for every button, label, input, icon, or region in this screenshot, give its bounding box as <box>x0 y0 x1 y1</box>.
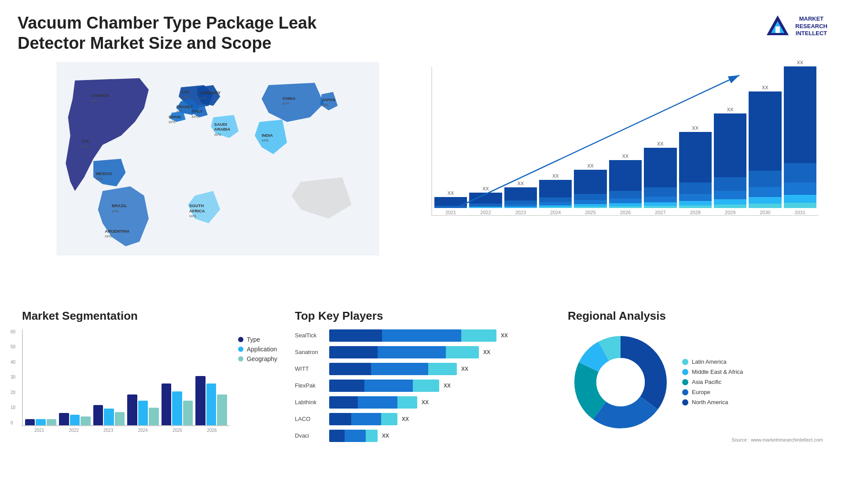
player-bar-dvaci: XX <box>329 430 550 442</box>
player-value-sanatron: XX <box>483 349 490 355</box>
donut-chart <box>568 329 673 435</box>
svg-text:BRAZIL: BRAZIL <box>112 203 127 208</box>
bar-2027: XX 2027 <box>644 141 676 215</box>
svg-text:GERMANY: GERMANY <box>199 91 221 95</box>
seg-bars: 60 50 40 30 20 10 0 <box>22 329 229 426</box>
bar-2024: XX 2024 <box>539 173 572 215</box>
regional-title: Regional Analysis <box>568 309 823 323</box>
svg-rect-2 <box>775 26 780 33</box>
svg-text:SAUDI: SAUDI <box>214 122 227 127</box>
svg-text:SOUTH: SOUTH <box>189 203 204 208</box>
segmentation-section: Market Segmentation 60 50 40 30 20 10 <box>18 305 282 491</box>
bar-2029: XX 2029 <box>714 107 746 215</box>
svg-point-43 <box>596 358 645 406</box>
player-dvaci: Dvaci XX <box>295 430 550 442</box>
legend-north-america: North America <box>682 399 743 405</box>
player-name-witt: WITT <box>295 365 326 372</box>
legend-dot-geo <box>238 356 243 362</box>
bottom-sections: Market Segmentation 60 50 40 30 20 10 <box>18 305 827 491</box>
logo-icon <box>764 13 791 40</box>
player-bar-sanatron: XX <box>329 346 550 358</box>
player-name-labthink: Labthink <box>295 399 326 405</box>
player-name-sanatron: Sanatron <box>295 349 326 355</box>
seg-bar-2023 <box>93 405 125 425</box>
bar-year-label: 2021 <box>445 210 456 215</box>
dot-asia-pacific <box>682 379 688 385</box>
bar-2030: XX 2030 <box>749 85 781 215</box>
player-bar-laco: XX <box>329 413 550 425</box>
page-title: Vacuum Chamber Type Package Leak Detecto… <box>18 13 326 53</box>
logo-line2: RESEARCH <box>795 23 827 30</box>
logo-area: MARKET RESEARCH INTELLECT <box>764 13 827 40</box>
bar-2021: XX 2021 <box>434 190 467 215</box>
dot-middle-east-africa <box>682 369 688 375</box>
label-asia-pacific: Asia Pacific <box>692 379 721 385</box>
seg-x-labels: 2021 2022 2023 2024 2025 2026 <box>22 428 229 433</box>
svg-text:FRANCE: FRANCE <box>176 104 194 109</box>
svg-text:ARGENTINA: ARGENTINA <box>105 229 129 234</box>
player-flexpak: FlexPak XX <box>295 380 550 392</box>
label-europe: Europe <box>692 389 710 395</box>
svg-text:ARABIA: ARABIA <box>214 127 231 131</box>
player-bar-flexpak: XX <box>329 380 550 392</box>
legend-app: Application <box>238 346 277 353</box>
svg-text:CHINA: CHINA <box>283 96 296 101</box>
svg-text:xx%: xx% <box>191 114 198 119</box>
logo-line1: MARKET <box>795 15 827 23</box>
svg-text:xx%: xx% <box>199 96 206 100</box>
regional-section: Regional Analysis <box>563 305 827 491</box>
bar-2023: XX 2023 <box>504 181 537 215</box>
bar-seg2 <box>382 329 461 342</box>
seg-chart: 60 50 40 30 20 10 0 <box>22 329 229 433</box>
legend-europe: Europe <box>682 389 743 395</box>
svg-text:xx%: xx% <box>112 209 119 213</box>
svg-text:JAPAN: JAPAN <box>322 97 335 102</box>
donut-container: Latin America Middle East & Africa Asia … <box>568 329 823 435</box>
player-bar-witt: XX <box>329 363 550 375</box>
svg-text:xx%: xx% <box>91 99 98 103</box>
bar-seg3 <box>461 329 496 342</box>
segmentation-title: Market Segmentation <box>22 309 277 323</box>
player-laco: LACO XX <box>295 413 550 425</box>
seg-y-axis: 60 50 40 30 20 10 0 <box>11 329 15 425</box>
seg-content: 60 50 40 30 20 10 0 <box>22 329 277 433</box>
player-name-flexpak: FlexPak <box>295 382 326 389</box>
players-title: Top Key Players <box>295 309 550 323</box>
player-sealtick: SealTick XX <box>295 329 550 342</box>
player-name-laco: LACO <box>295 416 326 422</box>
seg-app-bar <box>36 419 45 425</box>
svg-text:CANADA: CANADA <box>91 93 109 98</box>
seg-bar-2026 <box>195 376 227 425</box>
label-middle-east-africa: Middle East & Africa <box>692 369 743 375</box>
legend-asia-pacific: Asia Pacific <box>682 379 743 385</box>
player-value-sealtick: XX <box>501 332 508 339</box>
bar-2025: XX 2025 <box>574 163 606 215</box>
map-section: CANADA xx% U.S. xx% MEXICO xx% BRAZIL xx… <box>18 62 418 256</box>
player-value-flexpak: XX <box>444 383 451 389</box>
player-sanatron: Sanatron XX <box>295 346 550 358</box>
svg-text:U.S.: U.S. <box>82 139 90 144</box>
dot-latin-america <box>682 359 688 365</box>
player-bar-labthink: XX <box>329 396 550 409</box>
bar-2028: XX 2028 <box>679 125 712 215</box>
svg-text:xx%: xx% <box>169 120 176 124</box>
legend-dot-app <box>238 347 243 352</box>
legend-dot-type <box>238 337 243 342</box>
player-value-witt: XX <box>461 366 468 372</box>
bar-2026: XX 2026 <box>609 153 642 215</box>
player-name-sealtick: SealTick <box>295 332 326 339</box>
player-bar-sealtick: XX <box>329 329 550 342</box>
bar-seg1 <box>329 329 382 342</box>
svg-text:xx%: xx% <box>182 95 189 99</box>
svg-text:xx%: xx% <box>322 103 329 107</box>
logo-text: MARKET RESEARCH INTELLECT <box>795 15 827 38</box>
svg-text:xx%: xx% <box>96 176 103 181</box>
legend-geo: Geography <box>238 355 277 362</box>
seg-bar-2021 <box>25 419 56 425</box>
legend-type-label: Type <box>247 336 260 343</box>
seg-bar-2022 <box>59 413 90 425</box>
seg-bar-2025 <box>162 383 193 425</box>
world-map: CANADA xx% U.S. xx% MEXICO xx% BRAZIL xx… <box>18 62 418 256</box>
regional-legend: Latin America Middle East & Africa Asia … <box>682 358 743 405</box>
svg-text:ITALY: ITALY <box>191 109 203 113</box>
